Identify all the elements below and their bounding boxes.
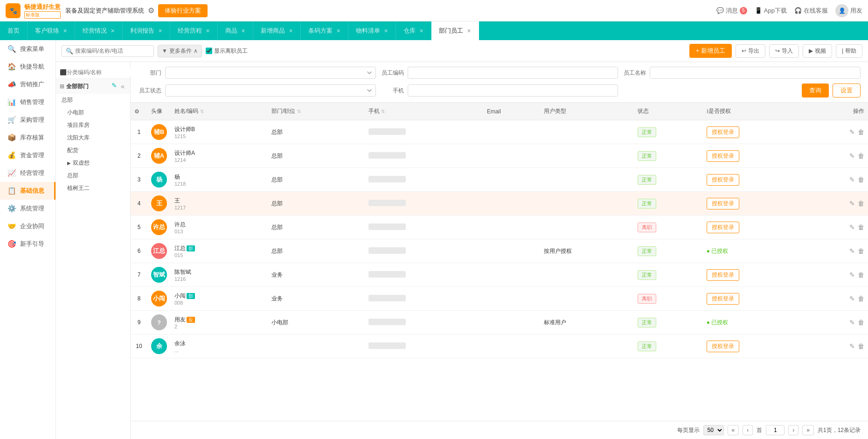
close-tab-icon[interactable]: ✕ <box>241 28 245 34</box>
sidebar-item-采购管理[interactable]: 🛒采购管理 <box>0 111 56 129</box>
auth-login-btn[interactable]: 授权登录 <box>707 198 739 209</box>
close-tab-icon[interactable]: ✕ <box>467 28 471 34</box>
close-tab-icon[interactable]: ✕ <box>206 28 210 34</box>
collapse-dept-btn[interactable]: « <box>119 82 126 91</box>
next-page-btn[interactable]: › <box>788 425 799 435</box>
delete-btn[interactable]: 🗑 <box>858 128 864 136</box>
emp-code-input[interactable] <box>408 67 618 79</box>
edit-btn[interactable]: ✎ <box>849 176 855 183</box>
sidebar-item-基础信息[interactable]: 📋基础信息 <box>0 182 56 200</box>
show-inactive-checkbox[interactable]: 显示离职员工 <box>206 47 248 55</box>
delete-btn[interactable]: 🗑 <box>858 200 864 207</box>
edit-btn[interactable]: ✎ <box>849 223 855 231</box>
nav-tab-商品[interactable]: 商品✕ <box>218 21 253 40</box>
nav-tab-经营历程[interactable]: 经营历程✕ <box>170 21 218 40</box>
dept-search-input[interactable] <box>67 69 137 76</box>
edit-btn[interactable]: ✎ <box>849 295 855 302</box>
edit-btn[interactable]: ✎ <box>849 319 855 326</box>
dept-node-双虚想[interactable]: ▶ 双虚想 <box>56 157 130 169</box>
nav-tab-首页[interactable]: 首页 <box>0 21 28 40</box>
auth-login-btn[interactable]: 授权登录 <box>707 126 739 138</box>
sidebar-item-库存核算[interactable]: 📦库存核算 <box>0 129 56 146</box>
app-download-btn[interactable]: 📱 App下载 <box>755 7 787 15</box>
th-dept[interactable]: 部门/职位 ⇅ <box>268 103 365 120</box>
sidebar-item-新手引导[interactable]: 🎯新手引导 <box>0 235 56 253</box>
edit-btn[interactable]: ✎ <box>849 152 855 160</box>
dept-node-沈阳大库[interactable]: 沈阳大库 <box>56 132 130 144</box>
emp-status-select[interactable] <box>165 84 376 97</box>
help-btn[interactable]: | 帮助 <box>836 44 862 58</box>
sidebar-item-企业协同[interactable]: 🤝企业协同 <box>0 217 56 235</box>
page-input[interactable] <box>766 425 785 435</box>
dept-node-总部[interactable]: 总部 <box>56 94 130 106</box>
delete-btn[interactable]: 🗑 <box>858 342 864 350</box>
nav-tab-经营情况[interactable]: 经营情况✕ <box>75 21 123 40</box>
close-tab-icon[interactable]: ✕ <box>336 28 340 34</box>
edit-btn[interactable]: ✎ <box>849 200 855 207</box>
delete-btn[interactable]: 🗑 <box>858 176 864 183</box>
close-tab-icon[interactable]: ✕ <box>419 28 424 34</box>
last-page-btn[interactable]: » <box>802 425 814 435</box>
trial-btn[interactable]: 体验行业方案 <box>158 4 208 17</box>
edit-dept-icon[interactable]: ✎ <box>111 82 117 91</box>
per-page-select[interactable]: 50 <box>703 425 724 435</box>
edit-btn[interactable]: ✎ <box>849 247 855 255</box>
nav-tab-新增商品[interactable]: 新增商品✕ <box>253 21 301 40</box>
sidebar-item-快捷导航[interactable]: 🏠快捷导航 <box>0 58 56 76</box>
dept-node-植树王二[interactable]: 植树王二 <box>56 182 130 195</box>
edit-btn[interactable]: ✎ <box>849 342 855 350</box>
nav-tab-条码方案[interactable]: 条码方案✕ <box>301 21 348 40</box>
phone-input[interactable] <box>408 84 618 97</box>
sidebar-item-搜索菜单[interactable]: 🔍搜索菜单 <box>0 40 56 58</box>
show-inactive-input[interactable] <box>206 48 212 54</box>
emp-name-input[interactable] <box>650 67 861 79</box>
dept-search[interactable]: ⬛ 🔍 <box>56 66 130 79</box>
query-btn[interactable]: 查询 <box>802 84 829 98</box>
auth-login-btn[interactable]: 授权登录 <box>707 222 739 233</box>
online-service-btn[interactable]: 🎧 在线客服 <box>794 7 828 15</box>
delete-btn[interactable]: 🗑 <box>858 319 864 326</box>
nav-tab-客户联络[interactable]: 客户联络✕ <box>28 21 75 40</box>
sidebar-item-系统管理[interactable]: ⚙️系统管理 <box>0 200 56 217</box>
add-employee-btn[interactable]: + 新增员工 <box>689 44 732 58</box>
th-settings[interactable]: ⚙ <box>131 103 147 120</box>
nav-tab-部门员工[interactable]: 部门员工✕ <box>431 21 479 40</box>
view-btn[interactable]: ▶ 视频 <box>803 44 832 58</box>
delete-btn[interactable]: 🗑 <box>858 152 864 160</box>
nav-tab-利润报告[interactable]: 利润报告✕ <box>123 21 170 40</box>
delete-btn[interactable]: 🗑 <box>858 247 864 255</box>
nav-tab-物料清单[interactable]: 物料清单✕ <box>348 21 396 40</box>
import-btn[interactable]: ↪ 导入 <box>769 44 799 58</box>
edit-btn[interactable]: ✎ <box>849 128 855 136</box>
filter-more-btn[interactable]: ▼ 更多条件 ∧ <box>158 45 202 57</box>
gear-button[interactable]: ⚙ <box>148 6 154 15</box>
nav-tab-仓库[interactable]: 仓库✕ <box>396 21 431 40</box>
close-tab-icon[interactable]: ✕ <box>111 28 115 34</box>
first-page-btn[interactable]: « <box>728 425 739 435</box>
dept-node-总部[interactable]: 总部 <box>56 169 130 182</box>
dept-node-配货[interactable]: 配货 <box>56 144 130 157</box>
message-btn[interactable]: 💬 消息 5 <box>716 7 747 15</box>
close-tab-icon[interactable]: ✕ <box>384 28 388 34</box>
auth-login-btn[interactable]: 授权登录 <box>707 174 739 186</box>
dept-node-项目库房[interactable]: 项目库房 <box>56 119 130 132</box>
th-name[interactable]: 姓名/编码 ⇅ <box>171 103 268 120</box>
dept-node-小电部[interactable]: 小电部 <box>56 106 130 119</box>
edit-btn[interactable]: ✎ <box>849 271 855 279</box>
sidebar-item-资金管理[interactable]: 💰资金管理 <box>0 146 56 164</box>
auth-login-btn[interactable]: 授权登录 <box>707 341 739 352</box>
close-tab-icon[interactable]: ✕ <box>63 28 67 34</box>
close-tab-icon[interactable]: ✕ <box>158 28 162 34</box>
set-btn[interactable]: 设置 <box>833 84 861 98</box>
auth-login-btn[interactable]: 授权登录 <box>707 150 739 162</box>
sidebar-item-经营管理[interactable]: 📈经营管理 <box>0 164 56 182</box>
search-input[interactable] <box>75 48 150 54</box>
search-box[interactable]: 🔍 <box>62 45 154 57</box>
user-avatar[interactable]: 👤 用友 <box>835 4 862 17</box>
auth-login-btn[interactable]: 授权登录 <box>707 269 739 281</box>
close-tab-icon[interactable]: ✕ <box>289 28 293 34</box>
sidebar-item-销售管理[interactable]: 📊销售管理 <box>0 93 56 111</box>
auth-login-btn[interactable]: 授权登录 <box>707 293 739 305</box>
dept-select[interactable] <box>165 67 376 79</box>
sidebar-item-营销推广[interactable]: 📣营销推广 <box>0 76 56 93</box>
